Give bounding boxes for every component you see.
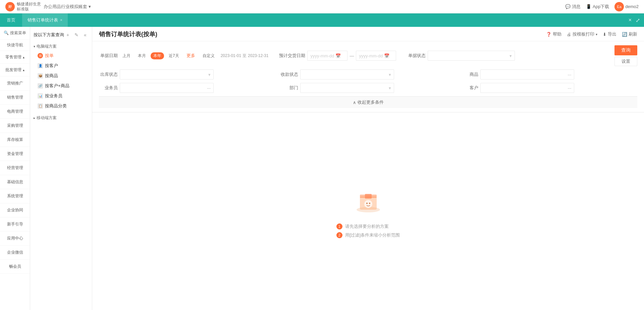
- salesperson-group: 业务员 ···: [99, 83, 277, 93]
- export-icon: ⬇: [603, 32, 606, 37]
- salesperson-input[interactable]: ···: [120, 83, 214, 93]
- scheme-item-by-order[interactable]: 按 按单: [30, 51, 92, 61]
- department-group: 部门 ▾: [279, 83, 457, 93]
- message-button[interactable]: 💬 消息: [565, 4, 581, 10]
- salesperson-label: 业务员: [99, 85, 118, 91]
- scheme-icon-product: 📦: [38, 73, 43, 79]
- last-month-btn[interactable]: 上月: [120, 52, 133, 59]
- tab-sales-order-stats[interactable]: 销售订单统计表 ×: [22, 13, 68, 27]
- sidebar-item-basic-info[interactable]: 基础信息: [0, 175, 30, 189]
- window-close-icon[interactable]: ×: [629, 17, 632, 23]
- print-icon: 🖨: [567, 32, 571, 37]
- sidebar-item-system[interactable]: 系统管理: [0, 189, 30, 203]
- filter-area: 单据日期 上月 本月 本年 近7天 更多 自定义 2023-01-01 至: [92, 41, 644, 112]
- header-title-row: 销售订单统计表(按单) ❓ 帮助 🖨 按模板打印 ▾ ⬇ 导出: [92, 27, 644, 41]
- sidebar-item-app-center[interactable]: 应用中心: [0, 231, 30, 246]
- filter-row-2: 出库状态 ▾ 收款状态 ▾ 商品: [99, 69, 637, 80]
- scheme-section-mobile-header[interactable]: ▸ 移动端方案: [30, 114, 92, 122]
- scheme-item-by-customer[interactable]: 👤 按客户: [30, 61, 92, 71]
- tip-2-number: 2: [336, 232, 342, 238]
- date-dash: —: [350, 53, 354, 58]
- export-button[interactable]: ⬇ 导出: [603, 31, 616, 37]
- tab-home[interactable]: 首页: [0, 13, 22, 27]
- product-multi-btn[interactable]: ···: [568, 72, 572, 77]
- sidebar-item-finance[interactable]: 资金管理: [0, 147, 30, 161]
- scheme-panel-header: 按以下方案查询 + ✎ «: [30, 30, 92, 41]
- scheme-section-pc-header[interactable]: ▾ 电脑端方案: [30, 42, 92, 51]
- department-dropdown-icon: ▾: [389, 86, 391, 91]
- product-input[interactable]: ···: [480, 69, 574, 80]
- collapse-filter-button[interactable]: ∧ 收起更多条件: [99, 96, 637, 108]
- sidebar-search[interactable]: 🔍 搜索菜单: [0, 27, 30, 40]
- department-label: 部门: [279, 85, 298, 91]
- filter-row-1: 单据日期 上月 本月 本年 近7天 更多 自定义 2023-01-01 至: [99, 45, 637, 66]
- sidebar-item-purchase[interactable]: 采购管理: [0, 119, 30, 133]
- edit-scheme-button[interactable]: ✎: [73, 32, 80, 38]
- custom-date-btn[interactable]: 自定义: [200, 52, 217, 59]
- company-selector[interactable]: 办公用品行业模拟账套 ▾: [44, 4, 91, 10]
- payment-status-label: 收款状态: [279, 71, 298, 78]
- sidebar-item-inventory[interactable]: 库存核算: [0, 133, 30, 147]
- empty-tips: 1 请先选择要分析的方案 2 用[过滤]条件来缩小分析范围: [336, 223, 400, 238]
- collapse-scheme-button[interactable]: «: [82, 32, 89, 38]
- customer-input[interactable]: ···: [480, 83, 574, 93]
- mobile-section-arrow-icon: ▸: [34, 116, 35, 120]
- top-bar-right: 💬 消息 📱 App下载 Ea demo2: [565, 2, 639, 11]
- last7days-btn[interactable]: 近7天: [166, 52, 182, 59]
- expected-date-from[interactable]: yyyy-mm-dd 📅: [307, 51, 347, 61]
- salesperson-multi-btn[interactable]: ···: [207, 86, 211, 91]
- user-menu[interactable]: Ea demo2: [614, 2, 639, 11]
- query-button[interactable]: 查询: [614, 45, 637, 55]
- sidebar-item-wholesale[interactable]: 批发管理 ▴: [0, 64, 30, 76]
- scheme-panel: 按以下方案查询 + ✎ « ▾ 电脑端方案 按 按单: [30, 27, 92, 310]
- scheme-icon-category: 📋: [38, 103, 43, 109]
- sidebar-item-marketing[interactable]: 营销推广: [0, 76, 30, 91]
- sidebar-item-wechat[interactable]: 企业微信: [0, 246, 30, 260]
- customer-group: 客户 ···: [460, 83, 637, 93]
- window-maximize-icon[interactable]: ⤢: [636, 17, 640, 23]
- single-status-group: 单据状态 ▾: [407, 51, 606, 61]
- calendar-from-icon: 📅: [335, 53, 341, 58]
- page-title: 销售订单统计表(按单): [99, 30, 157, 38]
- shipment-status-select[interactable]: ▾: [120, 69, 214, 80]
- settings-button[interactable]: 设置: [614, 57, 637, 66]
- svg-point-6: [369, 203, 370, 204]
- add-scheme-button[interactable]: +: [64, 32, 71, 38]
- this-year-btn[interactable]: 本年: [151, 52, 164, 59]
- this-month-btn[interactable]: 本月: [135, 52, 149, 59]
- svg-point-5: [366, 203, 368, 204]
- sidebar-quick-nav[interactable]: 快捷导航: [0, 40, 30, 51]
- expected-date-group: 预计交货日期 yyyy-mm-dd 📅 — yyyy-mm-dd 📅: [279, 51, 396, 61]
- department-select[interactable]: ▾: [300, 83, 394, 93]
- scheme-item-by-product[interactable]: 📦 按商品: [30, 71, 92, 81]
- sidebar-item-operations[interactable]: 经营管理: [0, 161, 30, 175]
- expected-date-to[interactable]: yyyy-mm-dd 📅: [356, 51, 396, 61]
- sidebar-item-newbie[interactable]: 新手引导: [0, 217, 30, 231]
- refresh-button[interactable]: 🔄 刷新: [622, 31, 637, 37]
- single-status-select[interactable]: ▾: [428, 51, 515, 61]
- app-download-button[interactable]: 📱 App下载: [586, 4, 609, 10]
- scheme-item-by-customer-product[interactable]: 🔗 按客户+商品: [30, 81, 92, 91]
- sidebar-item-ecommerce[interactable]: 电商管理: [0, 105, 30, 119]
- scheme-item-by-category[interactable]: 📋 按商品分类: [30, 101, 92, 111]
- scheme-icon-salesperson: 📊: [38, 93, 43, 99]
- top-bar-left: 好 畅捷通好生意 标准版 办公用品行业模拟账套 ▾: [5, 2, 91, 11]
- template-print-button[interactable]: 🖨 按模板打印 ▾: [567, 31, 597, 37]
- payment-status-select[interactable]: ▾: [300, 69, 394, 80]
- scheme-item-by-salesperson[interactable]: 📊 按业务员: [30, 91, 92, 101]
- more-date-btn[interactable]: 更多: [184, 52, 198, 59]
- shipment-dropdown-icon: ▾: [208, 72, 211, 77]
- sidebar-item-member[interactable]: 畅会员: [0, 260, 30, 274]
- sidebar-item-sales[interactable]: 销售管理: [0, 91, 30, 105]
- sidebar: 🔍 搜索菜单 快捷导航 零售管理 ▴ 批发管理 ▴ 营销推广 销售管理 电商管理…: [0, 27, 30, 310]
- customer-label: 客户: [460, 85, 478, 91]
- sidebar-item-enterprise[interactable]: 企业协同: [0, 203, 30, 217]
- scheme-icon-order: 按: [38, 53, 43, 58]
- sidebar-item-retail[interactable]: 零售管理 ▴: [0, 51, 30, 64]
- tab-close-icon[interactable]: ×: [60, 18, 62, 22]
- help-button[interactable]: ❓ 帮助: [546, 31, 561, 37]
- company-dropdown-arrow: ▾: [89, 4, 91, 9]
- svg-point-4: [364, 200, 372, 208]
- customer-multi-btn[interactable]: ···: [568, 86, 572, 91]
- avatar: Ea: [614, 2, 624, 11]
